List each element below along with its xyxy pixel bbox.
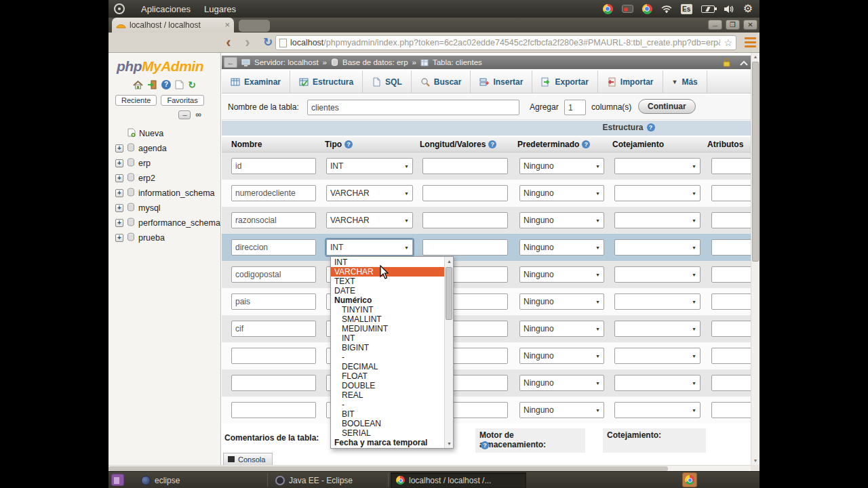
column-default-select[interactable]: Ninguno▼ (519, 212, 604, 228)
scrollbar-thumb[interactable] (446, 267, 452, 320)
menu-lugares[interactable]: Lugares (204, 4, 236, 14)
logout-icon[interactable] (147, 80, 157, 89)
collapse-panel-icon[interactable] (740, 59, 748, 67)
dropdown-option[interactable]: FLOAT (331, 371, 445, 381)
chrome-launcher[interactable] (682, 472, 697, 487)
column-attributes-select[interactable] (711, 266, 751, 283)
column-attributes-select[interactable] (711, 321, 751, 337)
database-tree-item[interactable]: erp (108, 156, 220, 171)
distro-logo-icon[interactable] (114, 3, 125, 14)
column-default-select[interactable]: Ninguno▼ (519, 266, 604, 283)
column-attributes-select[interactable] (711, 348, 751, 364)
column-length-input[interactable] (422, 212, 508, 228)
column-name-input[interactable] (231, 321, 316, 337)
recent-tables-button[interactable]: Reciente (115, 95, 157, 106)
column-name-input[interactable] (231, 293, 316, 310)
dropdown-option[interactable]: - (331, 400, 445, 409)
column-collation-select[interactable]: ▼ (614, 402, 701, 418)
chrome-tray-icon-2[interactable] (642, 4, 652, 14)
expand-icon[interactable] (115, 174, 123, 182)
vertical-scrollbar[interactable] (751, 53, 760, 465)
dropdown-option[interactable]: TINYINT (331, 305, 445, 314)
database-tree-item[interactable]: agenda (108, 141, 220, 156)
column-collation-select[interactable]: ▼ (614, 185, 701, 201)
address-bar[interactable]: localhost/phpmyadmin/index.php?token=6c2… (275, 35, 736, 50)
dropdown-option[interactable]: - (331, 352, 445, 362)
collapse-all-button[interactable] (178, 110, 191, 119)
refresh-icon[interactable] (188, 80, 196, 89)
docs-icon[interactable] (175, 80, 184, 89)
expand-icon[interactable] (115, 204, 123, 212)
column-type-select[interactable]: VARCHAR▼ (326, 185, 413, 201)
help-icon[interactable] (161, 80, 171, 89)
scroll-down-icon[interactable] (445, 439, 454, 448)
column-collation-select[interactable]: ▼ (614, 158, 701, 174)
link-icon[interactable] (195, 110, 201, 119)
column-attributes-select[interactable] (711, 158, 751, 174)
column-collation-select[interactable]: ▼ (614, 375, 701, 391)
column-collation-select[interactable]: ▼ (614, 212, 701, 228)
scrollbar-thumb[interactable] (752, 62, 759, 262)
battery-icon[interactable] (701, 5, 715, 13)
tab-buscar[interactable]: Buscar (412, 70, 471, 93)
column-name-input[interactable] (231, 212, 316, 228)
scroll-down-icon[interactable] (751, 457, 760, 465)
column-default-select[interactable]: Ninguno▼ (519, 402, 604, 418)
column-name-input[interactable] (231, 402, 316, 418)
gear-icon[interactable]: ⚙ (743, 3, 753, 14)
column-default-select[interactable]: Ninguno▼ (519, 375, 604, 391)
column-collation-select[interactable]: ▼ (614, 293, 701, 310)
dropdown-option[interactable]: BIGINT (331, 343, 445, 352)
column-length-input[interactable] (422, 185, 508, 201)
column-default-select[interactable]: Ninguno▼ (519, 239, 604, 256)
expand-icon[interactable] (115, 144, 123, 152)
breadcrumb-database[interactable]: Base de datos: erp (342, 58, 408, 66)
bookmark-star-icon[interactable] (724, 37, 732, 48)
column-default-select[interactable]: Ninguno▼ (519, 348, 604, 364)
tab-importar[interactable]: Importar (598, 70, 663, 93)
console-button[interactable]: Consola (223, 453, 273, 465)
column-type-select[interactable]: VARCHAR▼ (326, 212, 413, 228)
column-attributes-select[interactable] (711, 402, 751, 418)
column-collation-select[interactable]: ▼ (614, 266, 701, 283)
home-icon[interactable] (133, 80, 143, 89)
column-name-input[interactable] (231, 185, 316, 201)
taskbar-item-localhost[interactable]: localhost / localhost /... (391, 472, 526, 488)
table-name-input[interactable] (307, 100, 519, 115)
dropdown-scrollbar[interactable] (444, 257, 453, 448)
expand-icon[interactable] (115, 189, 123, 197)
browser-tab[interactable]: localhost / localhost (112, 18, 234, 33)
column-default-select[interactable]: Ninguno▼ (519, 293, 604, 310)
tab-sql[interactable]: SQL (363, 70, 412, 93)
screen-recorder-icon[interactable] (622, 5, 633, 13)
dropdown-option[interactable]: SERIAL (331, 428, 445, 438)
column-name-input[interactable] (231, 266, 316, 283)
scroll-up-icon[interactable] (751, 53, 760, 61)
scroll-up-icon[interactable] (445, 257, 454, 266)
column-attributes-select[interactable] (711, 293, 751, 310)
dropdown-option[interactable]: Numérico (331, 296, 445, 305)
forward-button[interactable] (240, 35, 255, 52)
column-default-select[interactable]: Ninguno▼ (519, 185, 604, 201)
column-default-select[interactable]: Ninguno▼ (519, 158, 604, 174)
dropdown-option[interactable]: MEDIUMINT (331, 324, 445, 333)
scrollbar-thumb[interactable] (108, 466, 668, 471)
database-tree-item[interactable]: mysql (108, 201, 220, 216)
tab-estructura[interactable]: Estructura (290, 70, 363, 93)
column-name-input[interactable] (231, 158, 316, 174)
tab-insertar[interactable]: Insertar (471, 70, 532, 93)
menu-aplicaciones[interactable]: Aplicaciones (141, 4, 191, 14)
window-minimize-button[interactable] (708, 20, 722, 30)
tab-exportar[interactable]: Exportar (532, 70, 597, 93)
help-icon[interactable] (481, 441, 489, 449)
taskbar-item-javaee[interactable]: Java EE - Eclipse (270, 472, 358, 488)
dropdown-option[interactable]: DECIMAL (331, 362, 445, 371)
help-icon[interactable] (344, 140, 353, 148)
database-tree-item[interactable]: prueba (108, 230, 220, 245)
tab-mas[interactable]: ▼ Más (663, 70, 707, 93)
breadcrumb-server[interactable]: Servidor: localhost (254, 58, 319, 66)
taskbar-item-eclipse[interactable]: eclipse (136, 472, 185, 488)
expand-icon[interactable] (115, 219, 123, 227)
column-collation-select[interactable]: ▼ (614, 321, 701, 337)
volume-icon[interactable] (724, 5, 734, 14)
